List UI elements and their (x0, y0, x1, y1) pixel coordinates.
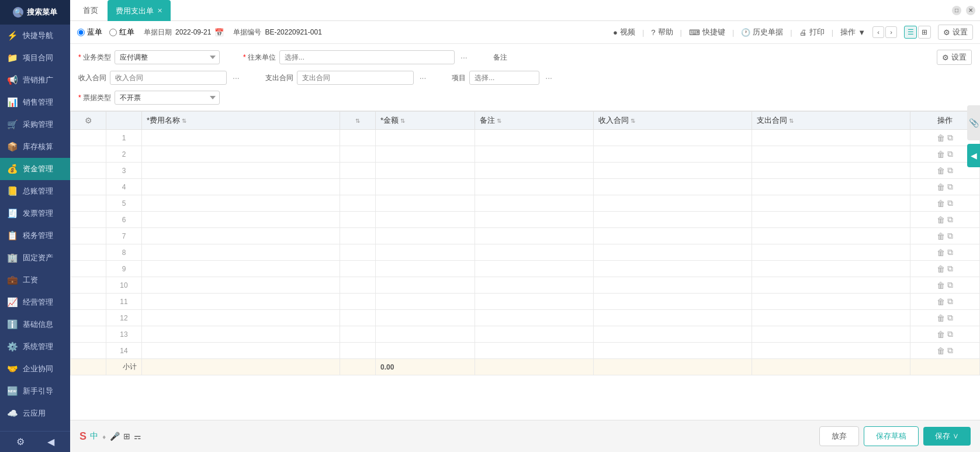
video-action[interactable]: ● 视频 (613, 27, 635, 37)
copy-icon[interactable]: ⧉ (947, 346, 953, 356)
row-name-cell[interactable] (142, 310, 340, 326)
col-header-expense[interactable]: 支出合同 ⇅ (752, 112, 910, 130)
row-amount-cell[interactable] (376, 212, 475, 228)
copy-icon[interactable]: ⧉ (947, 296, 953, 306)
row-expense-cell[interactable] (752, 195, 910, 212)
row-amount-cell[interactable] (376, 326, 475, 343)
sidebar-item-base-info[interactable]: ℹ️ 基础信息 (0, 313, 70, 336)
shortcut-action[interactable]: ⌨ 快捷键 (689, 27, 725, 37)
row-income-cell[interactable] (593, 277, 752, 294)
business-type-select[interactable]: 应付调整 (115, 50, 220, 64)
row-remark-cell[interactable] (475, 310, 593, 326)
sidebar-item-invoice-mgmt[interactable]: 🧾 发票管理 (0, 202, 70, 225)
row-name-cell[interactable] (142, 326, 340, 343)
copy-icon[interactable]: ⧉ (947, 165, 953, 175)
sidebar-item-enterprise-collab[interactable]: 🤝 企业协同 (0, 358, 70, 380)
red-bill-radio[interactable]: 红单 (109, 27, 134, 37)
sidebar-item-new-guide[interactable]: 🆕 新手引导 (0, 380, 70, 402)
row-amount-cell[interactable] (376, 277, 475, 294)
sidebar-item-fixed-assets[interactable]: 🏢 固定资产 (0, 247, 70, 269)
delete-icon[interactable]: 🗑 (937, 232, 945, 241)
row-expense-cell[interactable] (752, 130, 910, 146)
sidebar-item-fund-mgmt[interactable]: 💰 资金管理 (0, 158, 70, 180)
row-income-cell[interactable] (593, 343, 752, 359)
row-remark-cell[interactable] (475, 326, 593, 343)
copy-icon[interactable]: ⧉ (947, 198, 953, 208)
row-income-cell[interactable] (593, 179, 752, 195)
row-remark-cell[interactable] (475, 343, 593, 359)
row-amount-cell[interactable] (376, 179, 475, 195)
row-remark-cell[interactable] (475, 294, 593, 310)
table-wrapper[interactable]: ⚙ *费用名称 ⇅ ⇅ *金额 ⇅ (70, 111, 980, 420)
col-header-name[interactable]: *费用名称 ⇅ (142, 112, 340, 130)
attach-tab[interactable]: 📎 (967, 105, 980, 140)
copy-icon[interactable]: ⧉ (947, 182, 953, 192)
col-header-income[interactable]: 收入合同 ⇅ (593, 112, 752, 130)
income-contract-more-btn[interactable]: ··· (230, 73, 242, 82)
row-expense-cell[interactable] (752, 244, 910, 261)
delete-icon[interactable]: 🗑 (937, 166, 945, 175)
sidebar-item-inventory[interactable]: 📦 库存核算 (0, 136, 70, 158)
sidebar-item-accounting[interactable]: 📒 总账管理 (0, 180, 70, 202)
row-income-cell[interactable] (593, 294, 752, 310)
delete-icon[interactable]: 🗑 (937, 133, 945, 143)
grid-view-btn[interactable]: ⊞ (918, 26, 931, 39)
row-name-cell[interactable] (142, 163, 340, 179)
help-action[interactable]: ? 帮助 (651, 27, 673, 37)
sidebar-item-system-mgmt[interactable]: ⚙️ 系统管理 (0, 336, 70, 358)
project-more-btn[interactable]: ··· (543, 73, 555, 82)
copy-icon[interactable]: ⧉ (947, 149, 953, 159)
row-name-cell[interactable] (142, 244, 340, 261)
row-expense-cell[interactable] (752, 343, 910, 359)
row-income-cell[interactable] (593, 261, 752, 277)
row-amount-cell[interactable] (376, 130, 475, 146)
delete-icon[interactable]: 🗑 (937, 313, 945, 323)
close-button[interactable]: ✕ (966, 6, 975, 15)
row-expense-cell[interactable] (752, 163, 910, 179)
prev-arrow[interactable]: ‹ (872, 26, 884, 38)
row-income-cell[interactable] (593, 130, 752, 146)
sidebar-item-cloud-apps[interactable]: ☁️ 云应用 (0, 402, 70, 425)
row-amount-cell[interactable] (376, 343, 475, 359)
row-remark-cell[interactable] (475, 130, 593, 146)
row-name-cell[interactable] (142, 228, 340, 244)
volume-footer-icon[interactable]: ◀ (47, 436, 54, 447)
col-header-amount[interactable]: *金额 ⇅ (376, 112, 475, 130)
row-amount-cell[interactable] (376, 294, 475, 310)
settings-footer-icon[interactable]: ⚙ (16, 436, 25, 447)
sidebar-item-sales-mgmt[interactable]: 📊 销售管理 (0, 91, 70, 113)
row-income-cell[interactable] (593, 163, 752, 179)
row-income-cell[interactable] (593, 228, 752, 244)
row-remark-cell[interactable] (475, 261, 593, 277)
row-expense-cell[interactable] (752, 261, 910, 277)
row-income-cell[interactable] (593, 310, 752, 326)
row-remark-cell[interactable] (475, 146, 593, 163)
delete-icon[interactable]: 🗑 (937, 248, 945, 257)
save-button[interactable]: 保存 ∨ (923, 427, 971, 446)
col-header-sort[interactable]: ⇅ (340, 112, 376, 130)
tab-close-icon[interactable]: ✕ (157, 7, 162, 15)
delete-icon[interactable]: 🗑 (937, 215, 945, 225)
row-name-cell[interactable] (142, 179, 340, 195)
row-remark-cell[interactable] (475, 163, 593, 179)
blue-bill-radio[interactable]: 蓝单 (77, 27, 102, 37)
delete-icon[interactable]: 🗑 (937, 346, 945, 356)
row-amount-cell[interactable] (376, 244, 475, 261)
row-expense-cell[interactable] (752, 179, 910, 195)
tab-home[interactable]: 首页 (75, 0, 106, 21)
row-remark-cell[interactable] (475, 212, 593, 228)
row-income-cell[interactable] (593, 146, 752, 163)
delete-icon[interactable]: 🗑 (937, 297, 945, 306)
row-amount-cell[interactable] (376, 163, 475, 179)
row-remark-cell[interactable] (475, 228, 593, 244)
expense-contract-more-btn[interactable]: ··· (417, 73, 429, 82)
counterpart-input[interactable] (279, 50, 455, 64)
delete-icon[interactable]: 🗑 (937, 199, 945, 208)
row-expense-cell[interactable] (752, 294, 910, 310)
col-header-settings[interactable]: ⚙ (71, 112, 106, 130)
sidebar-item-operations[interactable]: 📈 经营管理 (0, 291, 70, 313)
form-settings-button[interactable]: ⚙ 设置 (937, 50, 972, 65)
print-action[interactable]: 🖨 打印 (799, 27, 825, 37)
col-header-remark[interactable]: 备注 ⇅ (475, 112, 593, 130)
sidebar-item-sales-marketing[interactable]: 📢 营销推广 (0, 69, 70, 91)
